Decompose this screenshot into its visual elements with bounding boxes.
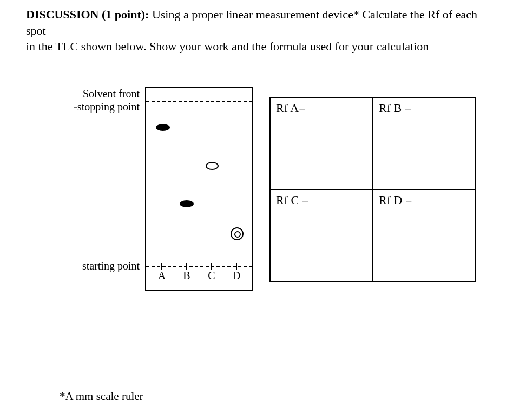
tlc-plate: A B C D (145, 87, 253, 291)
lane-a-label: A (155, 270, 168, 282)
label-solvent-front: Solvent front (58, 88, 140, 100)
lane-d-label: D (230, 270, 243, 282)
spot-a (156, 124, 170, 131)
label-stopping-point: -stopping point (58, 101, 140, 113)
lane-c-label: C (205, 270, 218, 282)
prompt-line2: in the TLC shown below. Show your work a… (26, 40, 429, 53)
lane-d-tick (236, 263, 237, 270)
lane-c-tick (211, 263, 212, 270)
cell-rf-b: Rf B = (373, 97, 476, 189)
lane-a-tick (161, 263, 162, 270)
lane-b-tick (186, 263, 187, 270)
spot-c (206, 162, 219, 170)
label-starting-point: starting point (58, 260, 140, 272)
answer-grid: Rf A= Rf B = Rf C = Rf D = (269, 97, 476, 282)
solvent-front-line (146, 101, 252, 102)
cell-rf-a: Rf A= (270, 97, 373, 189)
discussion-strong: DISCUSSION (1 point): (26, 8, 149, 21)
lane-b-label: B (180, 270, 193, 282)
spot-b (180, 200, 194, 207)
footnote: *A mm scale ruler (60, 390, 143, 403)
cell-rf-c: Rf C = (270, 189, 373, 281)
question-prompt: DISCUSSION (1 point): Using a proper lin… (26, 6, 497, 55)
cell-rf-d: Rf D = (373, 189, 476, 281)
spot-d (231, 227, 244, 240)
prompt-line1: DISCUSSION (1 point): Using a proper lin… (26, 8, 477, 37)
